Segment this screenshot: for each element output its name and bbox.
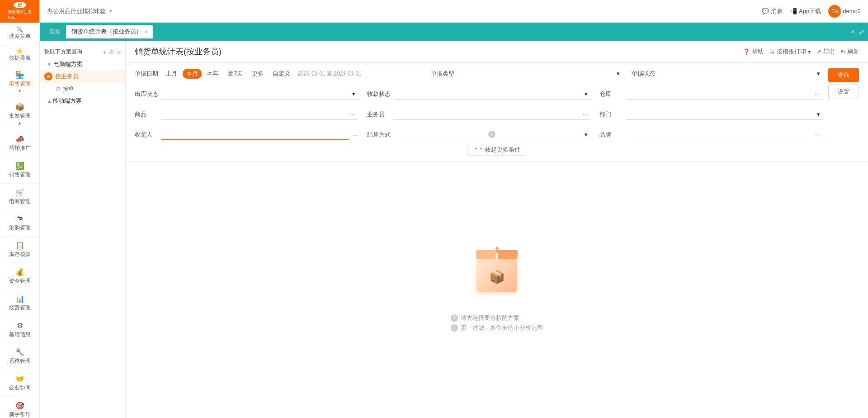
tree-item-salesperson[interactable]: 按 按业务员 [40,70,125,83]
sidebar-quick-nav-item[interactable]: ⭐ 快捷导航 [0,44,39,66]
goods-select[interactable]: ··· [161,109,358,120]
panel-settings-icon[interactable]: ⊙ [109,48,114,56]
purchase-icon: 🛍 [16,215,24,223]
wholesale-icon: 📦 [15,103,24,111]
filter-row-1: 单据日期 上月 本月 本年 近7天 更多 自定义 2023-03-01 至 20… [135,68,823,79]
sidebar-item-sales[interactable]: 💹 销售管理 [0,157,39,184]
page-title: 销货单统计表(按业务员) [135,46,222,62]
filter-buttons: 查询 设置 [828,68,859,99]
tab-maximize-btn[interactable]: ⤢ [859,28,864,36]
print-btn[interactable]: 🖨 按模板打印 ▾ [769,48,811,56]
tree-node-computer[interactable]: ▼ 电脑端方案 [40,58,125,70]
filter-date-item: 单据日期 上月 本月 本年 近7天 更多 自定义 2023-03-01 至 20… [135,69,422,79]
settlement-clear-btn[interactable]: × [488,131,495,138]
tree-expand-arrow: ▼ [47,62,52,67]
goods-label: 商品 [135,110,157,119]
collapse-icon: ⌃⌃ [473,147,483,153]
sidebar-logo: 好 畅捷通好生意标版 [0,0,39,23]
panel-collapse-icon[interactable]: « [117,48,121,56]
left-panel: 按以下方案查询 + ⊙ « ▼ 电脑端方案 按 按业务员 ⊞ 按单 [40,41,126,418]
paymentstatus-label: 收款状态 [367,90,391,98]
tab-minimize-btn[interactable]: × [851,28,855,36]
user-avatar-area[interactable]: Ea demo2 [828,5,861,18]
print-icon: 🖨 [769,48,775,55]
page-actions: ❓ 帮助 🖨 按模板打印 ▾ ↗ 导出 ↻ 刷新 [743,48,859,61]
panel-icon-group: + ⊙ « [103,48,121,56]
date-current-month-btn[interactable]: 本月 [183,69,202,79]
docstatus-select[interactable]: ▾ [659,68,823,79]
sidebar-item-basic[interactable]: ⚙ 基础信息 [0,317,39,343]
help-btn[interactable]: ❓ 帮助 [743,48,764,56]
sidebar-item-wholesale[interactable]: 📦 批发管理 ▲ [0,98,39,130]
refresh-btn[interactable]: ↻ 刷新 [840,48,859,56]
date-more-btn[interactable]: 更多 [248,69,267,79]
settlement-select[interactable]: × ▾ [394,129,590,140]
settlement-arrow-icon: ▾ [585,131,588,138]
department-select[interactable]: ▾ [626,109,823,120]
receiver-input[interactable] [161,129,349,140]
goods-dots-icon[interactable]: ··· [350,110,355,118]
logo-text: 畅捷通好生意标版 [8,9,32,21]
empty-state: 📦 ⬆ 1 请先选择要分析的方案 2 用「过滤」条件来缩小分析范围 [126,162,868,418]
nav-dropdown-icon[interactable]: ▾ [109,8,112,14]
sidebar-item-newbie[interactable]: 🎯 新手引导 [0,397,39,418]
brand-select[interactable]: ··· [626,129,823,140]
app-download-btn[interactable]: 📲 App下载 [790,7,821,15]
settings-button[interactable]: 设置 [828,85,859,99]
warehouse-dots-icon[interactable]: ··· [815,90,820,97]
sidebar-item-purchase[interactable]: 🛍 采购管理 [0,210,39,237]
date-7days-btn[interactable]: 近7天 [224,69,246,79]
filter-docstatus-item: 单据状态 ▾ [632,68,823,79]
message-btn[interactable]: 💬 消息 [762,7,783,15]
sidebar-item-retail[interactable]: 🏪 零售管理 ▼ [0,66,39,98]
newbie-icon: 🎯 [15,401,24,410]
collapse-button[interactable]: ⌃⌃ 收起更多条件 [467,144,526,156]
filter-salesperson-item: 业务员 ··· [367,109,590,120]
filter-warehouse-item: 仓库 ··· [599,88,823,100]
filter-paymentstatus-item: 收款状态 ▾ [367,89,590,100]
panel-header: 按以下方案查询 + ⊙ « [40,45,125,58]
order-prefix-icon: ⊞ [56,86,60,92]
sidebar-item-marketing[interactable]: 📣 营销推广 [0,130,39,157]
brand-dots-icon[interactable]: ··· [815,131,820,138]
sidebar-item-inventory[interactable]: 📋 库存核算 [0,237,39,263]
enterprise-icon: 🤝 [15,375,24,383]
receiver-dots-icon[interactable]: ··· [353,131,358,138]
nav-title-area: 办公用品行业模拟账套 ▾ [47,7,112,15]
doctype-arrow-icon: ▾ [617,70,620,77]
panel-add-icon[interactable]: + [103,48,106,56]
step-2-num: 2 [451,324,458,332]
top-bar: 办公用品行业模拟账套 ▾ 💬 消息 📲 App下载 Ea demo2 [40,0,868,23]
salesperson-circle-icon: 按 [44,72,52,81]
help-icon: ❓ [743,48,750,55]
sidebar-item-finance[interactable]: 💰 资金管理 [0,263,39,290]
operations-icon: 📊 [15,294,24,303]
salesperson-select[interactable]: ··· [393,109,590,120]
sidebar-search-item[interactable]: 🔍 搜索菜单 [0,23,39,44]
doctype-select[interactable]: ▾ [458,68,622,79]
date-year-btn[interactable]: 本年 [203,69,222,79]
outstatus-select[interactable]: ▾ [162,89,358,100]
settlement-label: 结算方式 [367,131,391,139]
warehouse-select[interactable]: ··· [626,88,823,100]
tab-home[interactable]: 首页 [43,25,66,38]
sidebar-item-ecommerce[interactable]: 🛒 电商管理 [0,184,39,210]
sidebar-item-system[interactable]: 🔧 系统管理 [0,343,39,370]
salesperson-dots-icon[interactable]: ··· [582,110,588,118]
paymentstatus-select[interactable]: ▾ [394,89,590,100]
filter-row-4: 收货人 ··· 结算方式 × ▾ [135,129,823,140]
tree-item-order[interactable]: ⊞ 按单 [40,83,125,95]
doctype-label: 单据类型 [431,70,454,78]
date-prev-month-btn[interactable]: 上月 [162,69,181,79]
tree-node-mobile[interactable]: ▶ 移动端方案 [40,95,125,107]
tab-active[interactable]: 销货单统计表（按业务员） × [66,25,153,38]
box-arrow-icon: ⬆ [493,245,501,256]
query-button[interactable]: 查询 [828,68,859,82]
sidebar-item-enterprise[interactable]: 🤝 企业协同 [0,370,39,397]
date-custom-btn[interactable]: 自定义 [269,69,294,79]
print-dropdown-icon[interactable]: ▾ [808,48,811,55]
export-btn[interactable]: ↗ 导出 [816,48,835,56]
filter-settlement-item: 结算方式 × ▾ [367,129,590,140]
tab-close-btn[interactable]: × [145,29,147,34]
sidebar-item-operations[interactable]: 📊 经营管理 [0,290,39,317]
